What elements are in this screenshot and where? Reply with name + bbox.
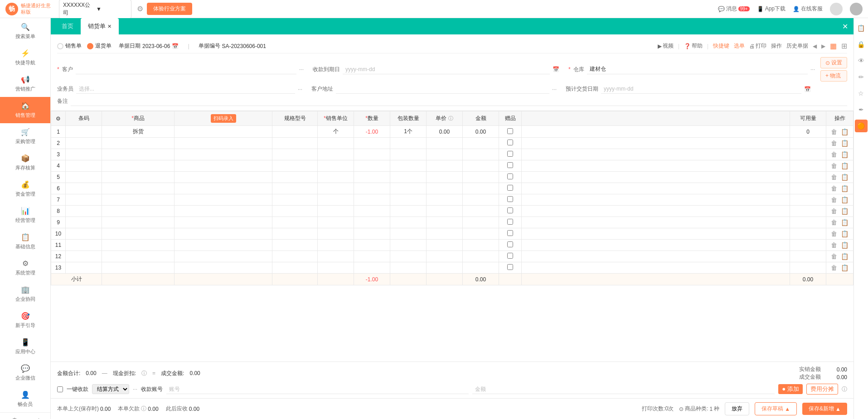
panel-icon-5[interactable]: ☆ (855, 87, 868, 100)
address-input[interactable] (336, 84, 549, 94)
copy-row-btn[interactable]: 📋 (840, 196, 849, 203)
trial-button[interactable]: 体验行业方案 (147, 3, 192, 15)
sidebar-item-guide[interactable]: 🎯 新手引导 (0, 307, 50, 333)
scan-button[interactable]: 扫码录入 (211, 114, 236, 123)
one-click-payment-checkbox[interactable] (57, 386, 63, 392)
sidebar-item-purchase[interactable]: 🛒 采购管理 (0, 123, 50, 149)
print-btn[interactable]: 🖨 打印 (749, 42, 766, 50)
th-scan[interactable]: 扫码录入 (175, 111, 272, 126)
online-service-button[interactable]: 👤 在线客服 (793, 5, 823, 13)
panel-icon-2[interactable]: 🔒 (855, 38, 868, 51)
row-price[interactable]: 0.00 (427, 126, 463, 138)
radio-sales[interactable]: 销售单 (57, 42, 82, 50)
copy-row-btn[interactable]: 📋 (840, 185, 849, 192)
delete-row-btn[interactable]: 🗑 (830, 241, 838, 249)
history-btn[interactable]: 历史单据 (786, 42, 808, 50)
payment-calendar-icon[interactable]: 📅 (553, 66, 559, 72)
delivery-calendar-icon[interactable]: 📅 (804, 86, 811, 92)
panel-icon-1[interactable]: 📋 (855, 22, 868, 34)
panel-icon-7[interactable]: 🟠 (855, 120, 868, 132)
tab-close-all-icon[interactable]: ✕ (840, 20, 850, 33)
delete-row-btn[interactable]: 🗑 (830, 185, 838, 192)
customer-dots-btn[interactable]: ··· (299, 66, 304, 72)
th-settings[interactable]: ⚙ (51, 111, 66, 126)
row-qty[interactable]: -1.00 (354, 126, 390, 138)
row-barcode[interactable] (66, 126, 102, 138)
fee-info-icon[interactable]: ⓘ (842, 385, 847, 393)
sidebar-item-enterprise[interactable]: 🏢 企业协同 (0, 281, 50, 307)
delete-row-btn[interactable]: 🗑 (830, 230, 838, 237)
delete-row-btn[interactable]: 🗑 (830, 162, 838, 169)
copy-row-btn[interactable]: 📋 (840, 264, 849, 271)
discard-button[interactable]: 放弃 (725, 402, 749, 415)
copy-row-btn[interactable]: 📋 (840, 253, 849, 260)
info-icon-owed[interactable]: ⓘ (141, 405, 146, 413)
calendar-icon[interactable]: 📅 (172, 43, 179, 49)
panel-icon-3[interactable]: 👁 (855, 54, 868, 67)
nav-prev-icon[interactable]: ◀ (813, 43, 817, 49)
sidebar-item-quick-nav[interactable]: ⚡ 快捷导航 (0, 44, 50, 71)
sidebar-item-sales[interactable]: 🏠 销售管理 (0, 97, 50, 123)
salesman-input[interactable] (76, 84, 295, 94)
salesman-dots-btn[interactable]: ··· (298, 86, 302, 92)
account-input[interactable] (166, 385, 469, 394)
copy-row-btn[interactable]: 📋 (840, 140, 849, 147)
calc-method-select[interactable]: 结算方式 (92, 384, 129, 394)
copy-row-btn[interactable]: 📋 (840, 162, 849, 169)
copy-row-btn[interactable]: 📋 (840, 128, 849, 135)
sidebar-item-system[interactable]: ⚙ 系统管理 (0, 255, 50, 281)
sidebar-item-marketing[interactable]: 📢 营销推广 (0, 71, 50, 97)
copy-row-btn[interactable]: 📋 (840, 207, 849, 215)
settings-button[interactable]: ⊙ 设置 (820, 57, 847, 68)
warehouse-dots-btn[interactable]: ··· (810, 66, 815, 72)
copy-row-btn[interactable]: 📋 (840, 241, 849, 249)
row-amount[interactable]: 0.00 (463, 126, 499, 138)
tab-sales-order[interactable]: 销货单 ✕ (81, 18, 119, 34)
address-dots-btn[interactable]: ··· (552, 86, 557, 92)
amount-input[interactable] (472, 385, 775, 394)
delete-row-btn[interactable]: 🗑 (830, 151, 838, 158)
panel-icon-4[interactable]: ✏ (855, 71, 868, 83)
avatar-extra[interactable] (850, 3, 863, 15)
copy-row-btn[interactable]: 📋 (840, 219, 849, 226)
customer-input[interactable] (76, 65, 296, 74)
view-grid-icon[interactable]: ⊞ (841, 42, 847, 50)
remark-input[interactable] (71, 96, 847, 106)
discount-info-icon[interactable]: ⓘ (141, 370, 147, 377)
delete-row-btn[interactable]: 🗑 (830, 253, 838, 260)
add-payment-button[interactable]: ● 添加 (778, 384, 803, 394)
goods-type[interactable]: ⊙ 商品种类: 1 种 (679, 405, 719, 413)
sidebar-item-basic[interactable]: 📋 基础信息 (0, 228, 50, 255)
settings-bottom-icon[interactable]: ⚙ (11, 416, 18, 419)
price-info-icon[interactable]: ⓘ (448, 116, 453, 121)
help-btn[interactable]: ❓ 帮助 (684, 42, 703, 50)
delete-row-btn[interactable]: 🗑 (830, 140, 838, 147)
save-draft-button[interactable]: 保存草稿 ▲ (755, 402, 797, 415)
payment-date-input[interactable] (343, 65, 550, 74)
select-btn[interactable]: 选单 (734, 42, 745, 50)
collapse-icon[interactable]: ◀ (34, 416, 39, 419)
save-new-button[interactable]: 保存&新增 ▲ (802, 403, 847, 415)
delete-row-btn[interactable]: 🗑 (830, 219, 838, 226)
delete-row-btn[interactable]: 🗑 (830, 264, 838, 271)
wuliu-button[interactable]: + 物流 (820, 70, 847, 82)
delete-row-btn[interactable]: 🗑 (830, 196, 838, 203)
row-product[interactable]: 拆货 (102, 126, 175, 138)
fee-split-button[interactable]: 费用分摊 (806, 384, 838, 395)
video-btn[interactable]: ▶ 视频 (658, 42, 674, 50)
sidebar-item-finance[interactable]: 💰 资金管理 (0, 176, 50, 202)
message-button[interactable]: 💬 消息 99+ (718, 5, 750, 13)
shortcut-btn[interactable]: 快捷键 (713, 42, 729, 50)
delete-row-btn[interactable]: 🗑 (830, 207, 838, 215)
sidebar-item-search[interactable]: 🔍 搜索菜单 (0, 18, 50, 44)
sidebar-item-member[interactable]: 👤 畅会员 (0, 386, 50, 412)
row-spec[interactable] (272, 126, 318, 138)
delivery-input[interactable] (601, 84, 801, 94)
warehouse-input[interactable] (587, 65, 808, 74)
delete-row-btn[interactable]: 🗑 (830, 128, 838, 135)
sidebar-item-wechat[interactable]: 💬 企业微信 (0, 360, 50, 386)
copy-row-btn[interactable]: 📋 (840, 151, 849, 158)
copy-row-btn[interactable]: 📋 (840, 173, 849, 181)
sidebar-item-operation[interactable]: 📊 经营管理 (0, 202, 50, 228)
avatar[interactable] (830, 3, 843, 15)
